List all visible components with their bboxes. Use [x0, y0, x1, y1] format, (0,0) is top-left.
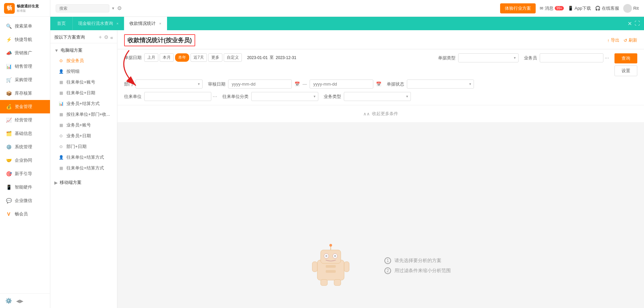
scheme-item-partner-settle2[interactable]: ▦ 往来单位+结算方式 [50, 163, 117, 173]
date-range: 2023-01-01 至 2023-12-31 [247, 55, 297, 60]
sidebar-item-basic[interactable]: 🗂️ 基础信息 [0, 127, 50, 140]
salesman-dots[interactable]: ··· [605, 55, 609, 61]
enterprise-icon: 🤝 [5, 157, 12, 164]
date-btn-last-month[interactable]: 上月 [144, 53, 158, 62]
scheme-item-salesman-settle[interactable]: 📊 业务员+结算方式 [50, 98, 117, 109]
scheme-item-salesman[interactable]: ⊙ 按业务员 [50, 55, 117, 66]
page-header: 收款情况统计(按业务员) ↑ 导出 ↺ 刷新 [117, 30, 644, 49]
export-icon: ↑ [607, 38, 610, 43]
refresh-btn[interactable]: ↺ 刷新 [624, 37, 637, 43]
left-panel-settings-icon[interactable]: ⚙ [104, 34, 108, 40]
sidebar-item-sales[interactable]: 📊 销售管理 [0, 60, 50, 73]
date-btn-7days[interactable]: 近7天 [191, 53, 207, 62]
sidebar-item-marketing[interactable]: 📣 营销推广 [0, 46, 50, 60]
salesman-input[interactable] [540, 53, 603, 62]
docstatus-select[interactable] [407, 80, 474, 89]
scheme-item-partner-account[interactable]: ▦ 往来单位+账号 [50, 77, 117, 88]
user-area[interactable]: Rit [623, 4, 639, 13]
sidebar-item-search[interactable]: 🔍 搜索菜单 [0, 19, 50, 33]
desktop-group-label: 电脑端方案 [61, 47, 83, 53]
partner-dots[interactable]: ··· [213, 94, 217, 100]
scheme-item-salesman-account[interactable]: ▦ 业务员+账号 [50, 120, 117, 131]
sidebar-item-purchase[interactable]: 🛒 采购管理 [0, 73, 50, 87]
review-from-input[interactable] [228, 80, 292, 89]
sidebar-item-quicknav[interactable]: ⚡ 快捷导航 [0, 33, 50, 46]
review-cal-to-icon[interactable]: 📅 [376, 82, 381, 87]
date-btn-this-year[interactable]: 本年 [175, 53, 189, 62]
scheme-label-partner-dept: 按往来单位+部门+收... [66, 111, 110, 117]
tab-receipt[interactable]: 收款情况统计 × [124, 17, 167, 30]
filter-date-group: 单据日期 上月 本月 本年 近7天 更多 自定义 2023-01-01 至 [124, 53, 433, 62]
window-maximize-icon[interactable]: ⛶ [635, 20, 640, 27]
date-btn-this-month[interactable]: 本月 [160, 53, 174, 62]
sidebar-item-inventory[interactable]: 📦 库存核算 [0, 87, 50, 100]
export-btn[interactable]: ↑ 导出 [607, 37, 620, 43]
app-download-btn[interactable]: 📱 App下载 [568, 5, 591, 11]
tab-bank-close[interactable]: × [116, 21, 118, 25]
scheme-label-detail: 按明细 [66, 68, 79, 74]
footer-settings-icon[interactable]: ⚙️ [5, 298, 12, 304]
scheme-item-detail[interactable]: 👤 按明细 [50, 66, 117, 77]
filter-salesman-group: 业务员 ··· [524, 53, 609, 62]
tab-bank-label: 现金银行流水查询 [78, 20, 113, 27]
tab-bank[interactable]: 现金银行流水查询 × [73, 17, 124, 30]
hint-item-2: 2 用过滤条件来缩小分析范围 [384, 267, 451, 274]
window-close-icon[interactable]: ✕ [628, 20, 632, 27]
topbar-search-input[interactable] [56, 4, 109, 12]
topbar-settings-icon[interactable]: ⚙ [117, 5, 122, 11]
topbar-dropdown-icon[interactable]: ▾ [112, 6, 114, 11]
logo-text-area: 畅捷通好生意 标准版 [17, 4, 39, 13]
online-service-btn[interactable]: 🎧 在线客服 [595, 5, 619, 11]
sidebar-item-hardware[interactable]: 📱 智能硬件 [0, 181, 50, 194]
left-panel-add-icon[interactable]: + [99, 34, 102, 40]
scheme-item-partner-settle1[interactable]: 👤 往来单位+结算方式 [50, 152, 117, 163]
right-panel: 收款情况统计(按业务员) ↑ 导出 ↺ 刷新 单据日期 [117, 30, 644, 308]
hint-num-2: 2 [384, 267, 391, 274]
mobile-group-header[interactable]: ▶ 移动端方案 [50, 177, 117, 188]
scheme-item-salesman-date[interactable]: ⊙ 业务员+日期 [50, 131, 117, 141]
filter-row-3: 往来单位 ··· 往来单位分类 业务类型 [117, 89, 644, 105]
partner-cat-select-wrap [251, 92, 318, 101]
desktop-group-header[interactable]: ▼ 电脑端方案 [50, 45, 117, 55]
quicknav-icon: ⚡ [5, 36, 12, 43]
date-btn-custom[interactable]: 自定义 [224, 53, 242, 62]
salesman-label: 业务员 [524, 55, 537, 61]
trial-btn[interactable]: 体验行业方案 [500, 3, 536, 13]
marketing-icon: 📣 [5, 50, 12, 56]
doctype-select[interactable] [458, 53, 519, 62]
sidebar-item-newbie[interactable]: 🎯 新手引导 [0, 167, 50, 181]
sidebar-item-enterprise[interactable]: 🤝 企业协同 [0, 154, 50, 167]
scheme-item-dept-date[interactable]: ⊙ 部门+日期 [50, 141, 117, 152]
settings-btn[interactable]: 设置 [614, 65, 637, 76]
hint-item-1: 1 请先选择要分析的方案 [384, 257, 441, 264]
logo-badge: 标准版 [17, 9, 39, 13]
scheme-item-partner-dept[interactable]: ▦ 按往来单位+部门+收... [50, 109, 117, 120]
date-btn-more[interactable]: 更多 [208, 53, 222, 62]
tab-home[interactable]: 首页 [50, 17, 73, 30]
filter-partner-group: 往来单位 ··· [124, 92, 217, 101]
date-label: 单据日期 [124, 55, 142, 61]
message-btn[interactable]: ✉ 消息 99+ [540, 5, 564, 11]
sidebar-item-operation[interactable]: 📈 经营管理 [0, 113, 50, 127]
sidebar-item-system[interactable]: ⚙️ 系统管理 [0, 140, 50, 154]
svg-point-4 [325, 255, 327, 257]
review-to-input[interactable] [310, 80, 373, 89]
left-panel-collapse-icon[interactable]: « [110, 35, 113, 40]
sidebar-item-vip[interactable]: V 畅会员 [0, 207, 50, 221]
detail-icon: 👤 [58, 69, 64, 74]
dept-select[interactable] [136, 80, 203, 89]
query-btn[interactable]: 查询 [614, 53, 637, 63]
filter-partner-cat-group: 往来单位分类 [222, 92, 318, 101]
review-cal-from-icon[interactable]: 📅 [294, 82, 300, 87]
partner-account-icon: ▦ [58, 80, 64, 85]
partner-input[interactable] [144, 92, 211, 101]
footer-expand-icon[interactable]: ◀▶ [16, 298, 23, 304]
sidebar-item-finance[interactable]: 💰 资金管理 [0, 100, 50, 113]
empty-state: 1 请先选择要分析的方案 2 用过滤条件来缩小分析范围 [311, 243, 451, 288]
scheme-item-partner-date[interactable]: ▦ 往来单位+日期 [50, 88, 117, 98]
sidebar-item-wechat[interactable]: 💬 企业微信 [0, 194, 50, 207]
biztype-select[interactable] [344, 92, 411, 101]
tab-receipt-close[interactable]: × [159, 21, 161, 25]
collapse-btn[interactable]: ∧∧ 收起更多条件 [361, 108, 401, 119]
partner-cat-select[interactable] [251, 92, 318, 101]
